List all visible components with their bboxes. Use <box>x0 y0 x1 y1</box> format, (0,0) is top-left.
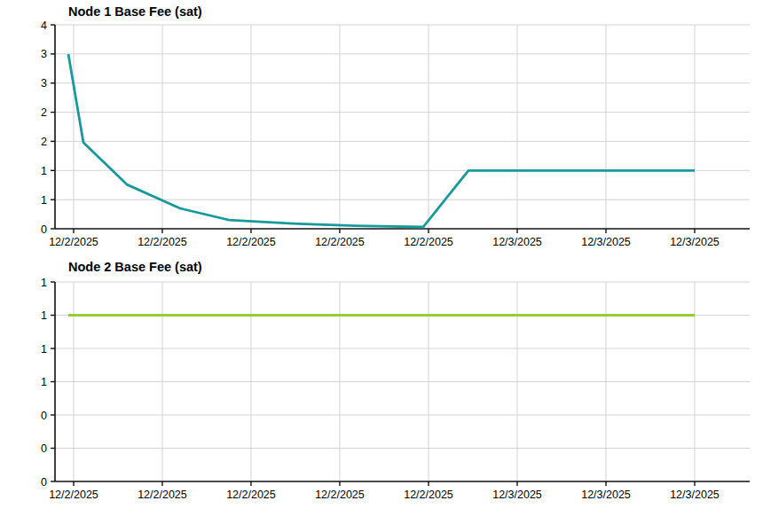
y-tick-label: 1 <box>41 376 47 388</box>
x-tick-label: 12/3/2025 <box>581 236 631 248</box>
x-tick-label: 12/3/2025 <box>670 489 720 501</box>
y-tick-label: 2 <box>41 106 47 119</box>
y-tick-label: 1 <box>41 309 47 322</box>
x-tick-label: 12/2/2025 <box>138 236 187 248</box>
x-tick-label: 12/2/2025 <box>226 236 276 248</box>
y-tick-label: 4 <box>41 20 47 32</box>
x-tick-label: 12/2/2025 <box>49 489 98 501</box>
x-tick-label: 12/3/2025 <box>670 236 720 248</box>
y-tick-label: 1 <box>41 343 47 356</box>
base-fee-charts-page: Node 1 Base Fee (sat) 4332211012/2/20251… <box>0 0 763 532</box>
node1-base-fee-chart: 4332211012/2/202512/2/202512/2/202512/2/… <box>0 0 763 257</box>
x-tick-label: 12/2/2025 <box>226 489 276 501</box>
y-tick-label: 3 <box>41 48 47 60</box>
x-tick-label: 12/3/2025 <box>492 489 542 501</box>
y-tick-label: 0 <box>41 410 47 422</box>
x-tick-label: 12/2/2025 <box>404 236 453 248</box>
x-tick-label: 12/2/2025 <box>315 236 365 248</box>
y-tick-label: 1 <box>41 194 47 207</box>
y-tick-label: 0 <box>41 223 47 236</box>
y-tick-label: 1 <box>41 277 47 289</box>
x-tick-label: 12/3/2025 <box>581 489 631 501</box>
x-tick-label: 12/2/2025 <box>49 236 98 248</box>
y-tick-label: 0 <box>41 476 47 489</box>
x-tick-label: 12/2/2025 <box>138 489 187 501</box>
y-tick-label: 2 <box>41 136 47 148</box>
y-tick-label: 0 <box>41 442 47 455</box>
x-tick-label: 12/2/2025 <box>404 489 453 501</box>
x-tick-label: 12/2/2025 <box>315 489 365 501</box>
node2-base-fee-chart: 111100012/2/202512/2/202512/2/202512/2/2… <box>0 257 763 532</box>
y-tick-label: 1 <box>41 165 47 177</box>
x-tick-label: 12/3/2025 <box>492 236 542 248</box>
y-tick-label: 3 <box>41 77 47 90</box>
